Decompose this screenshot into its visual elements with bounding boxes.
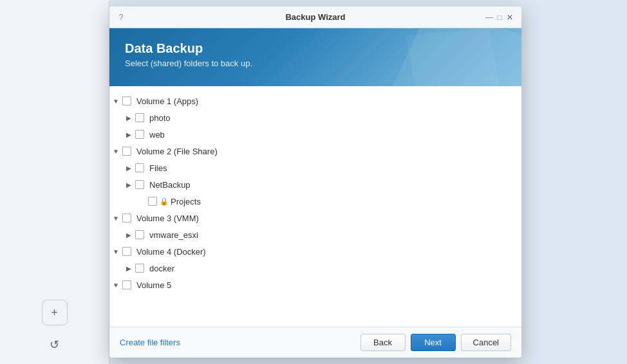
tree-item-vol1[interactable]: ▼ Volume 1 (Apps) [109,93,521,109]
back-button[interactable]: Back [360,334,406,351]
tree-label-vmware: vmware_esxi [149,230,198,240]
tree-label-netbackup: NetBackup [149,180,191,190]
lock-icon-projects: 🔒 [160,197,169,206]
banner-subtitle: Select (shared) folders to back up. [125,59,506,68]
help-button[interactable]: ? [116,12,126,23]
window-titlebar: ? Backup Wizard — □ ✕ [109,6,521,28]
minimize-button[interactable]: — [484,12,494,23]
tree-item-files[interactable]: ▶Files [109,159,521,176]
wizard-content: ▼ Volume 1 (Apps)▶photo▶web▼ Volume 2 (F… [109,86,521,358]
desktop: + ↺ ? Backup Wizard — □ ✕ Data Backup Se… [0,0,627,364]
tree-item-vmware[interactable]: ▶vmware_esxi [109,226,521,243]
tree-label-projects: Projects [171,197,201,206]
tree-toggle-vol5[interactable]: ▼ [109,278,122,291]
tree-toggle-photo[interactable]: ▶ [122,111,135,124]
tree-item-vol4[interactable]: ▼ Volume 4 (Docker) [109,243,521,260]
tree-checkbox-vmware[interactable] [135,230,144,239]
folder-tree[interactable]: ▼ Volume 1 (Apps)▶photo▶web▼ Volume 2 (F… [109,86,521,327]
titlebar-left-controls: ? [116,12,154,23]
tree-item-projects[interactable]: 🔒Projects [109,193,521,210]
tree-checkbox-vol3[interactable] [122,214,131,223]
tree-label-web: web [149,130,165,140]
history-button[interactable]: ↺ [42,332,68,358]
tree-item-vol5[interactable]: ▼ Volume 5 [109,277,521,293]
tree-item-photo[interactable]: ▶photo [109,109,521,126]
cancel-button[interactable]: Cancel [461,334,511,351]
tree-item-vol2[interactable]: ▼ Volume 2 (File Share) [109,143,521,159]
banner-title: Data Backup [125,41,506,56]
tree-toggle-vol2[interactable]: ▼ [109,145,122,158]
tree-item-netbackup[interactable]: ▶NetBackup [109,176,521,193]
tree-toggle-vmware[interactable]: ▶ [122,228,135,241]
maximize-button[interactable]: □ [494,12,505,23]
tree-toggle-docker[interactable]: ▶ [122,262,135,275]
tree-toggle-vol4[interactable]: ▼ [109,245,122,258]
tree-label-vol5: Volume 5 [136,280,171,290]
tree-toggle-web[interactable]: ▶ [122,128,135,141]
taskbar: + ↺ [0,0,109,364]
backup-wizard-window: ? Backup Wizard — □ ✕ Data Backup Select… [109,6,521,358]
next-button[interactable]: Next [411,334,456,351]
titlebar-right-controls: — □ ✕ [476,12,515,23]
tree-item-web[interactable]: ▶web [109,126,521,143]
tree-toggle-vol3[interactable]: ▼ [109,212,122,224]
tree-label-vol2: Volume 2 (File Share) [136,147,218,156]
tree-checkbox-web[interactable] [135,130,144,139]
tree-label-vol1: Volume 1 (Apps) [136,96,198,106]
tree-label-vol4: Volume 4 (Docker) [136,247,206,257]
tree-checkbox-files[interactable] [135,163,144,172]
close-button[interactable]: ✕ [505,12,515,23]
tree-checkbox-vol5[interactable] [122,280,131,289]
header-banner: Data Backup Select (shared) folders to b… [109,28,521,86]
create-file-filters-link[interactable]: Create file filters [120,338,180,347]
tree-checkbox-vol4[interactable] [122,247,131,256]
tree-label-files: Files [149,163,167,173]
tree-checkbox-projects[interactable] [148,197,157,206]
tree-toggle-files[interactable]: ▶ [122,161,135,174]
tree-label-photo: photo [149,113,171,123]
tree-label-docker: docker [149,264,174,273]
wizard-footer: Create file filters Back Next Cancel [109,327,521,358]
tree-toggle-vol1[interactable]: ▼ [109,95,122,107]
tree-item-docker[interactable]: ▶docker [109,260,521,277]
add-task-button[interactable]: + [42,300,68,325]
footer-buttons: Back Next Cancel [360,334,511,351]
tree-label-vol3: Volume 3 (VMM) [136,214,199,223]
tree-checkbox-vol2[interactable] [122,147,131,156]
window-title: Backup Wizard [154,12,476,22]
tree-checkbox-docker[interactable] [135,264,144,273]
tree-checkbox-photo[interactable] [135,113,144,122]
tree-item-vol3[interactable]: ▼ Volume 3 (VMM) [109,210,521,226]
tree-checkbox-netbackup[interactable] [135,180,144,189]
tree-toggle-netbackup[interactable]: ▶ [122,178,135,191]
tree-checkbox-vol1[interactable] [122,96,131,105]
